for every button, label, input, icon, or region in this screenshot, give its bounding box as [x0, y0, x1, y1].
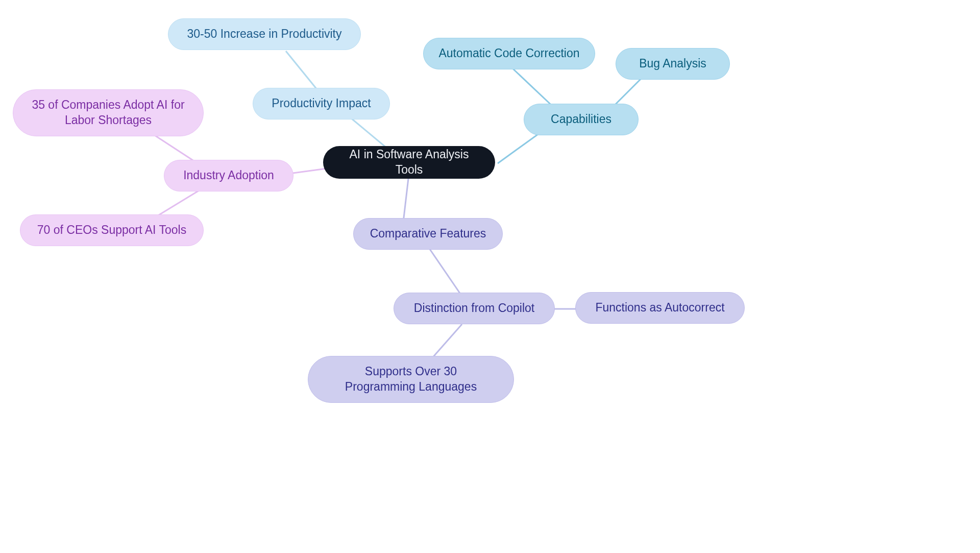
edge-root-comparative [403, 179, 408, 222]
edge-layer [0, 0, 980, 553]
edge-comparative-distinction [429, 248, 462, 296]
productivity-increase-node[interactable]: 30-50 Increase in Productivity [168, 18, 361, 50]
mindmap-canvas: AI in Software Analysis Tools Capabiliti… [0, 0, 980, 553]
bug-analysis-node[interactable]: Bug Analysis [616, 48, 730, 80]
industry-adoption-node[interactable]: Industry Adoption [164, 160, 293, 191]
capabilities-node[interactable]: Capabilities [524, 104, 639, 135]
distinction-copilot-node[interactable]: Distinction from Copilot [394, 293, 555, 324]
auto-code-correction-node[interactable]: Automatic Code Correction [423, 38, 595, 69]
supports-languages-node[interactable]: Supports Over 30 Programming Languages [308, 356, 514, 403]
functions-autocorrect-node[interactable]: Functions as Autocorrect [575, 292, 745, 324]
labor-shortages-node[interactable]: 35 of Companies Adopt AI for Labor Short… [13, 89, 204, 136]
comparative-features-node[interactable]: Comparative Features [353, 218, 503, 250]
root-node[interactable]: AI in Software Analysis Tools [323, 146, 495, 179]
productivity-impact-node[interactable]: Productivity Impact [253, 88, 390, 119]
ceos-support-node[interactable]: 70 of CEOs Support AI Tools [20, 214, 204, 246]
edge-productivity-increase [286, 51, 319, 92]
